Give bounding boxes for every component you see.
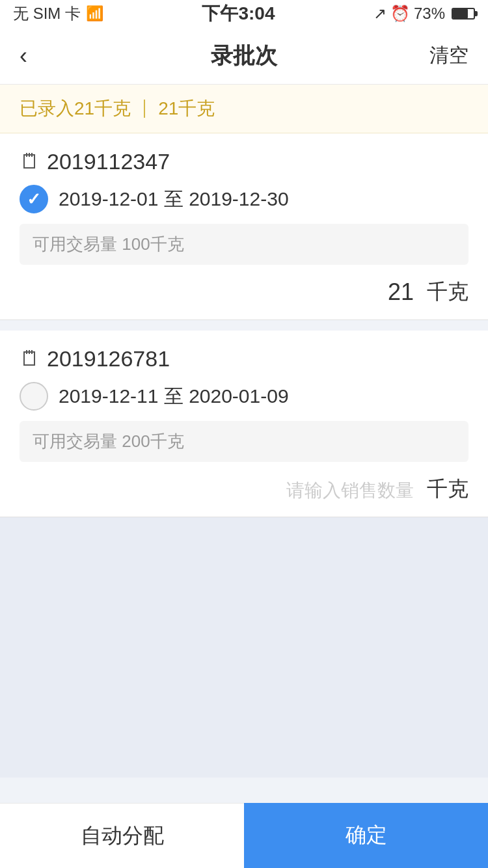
batch-card-1: 🗒 2019112347 2019-12-01 至 2019-12-30 可用交… — [0, 133, 488, 320]
available-label-2: 可用交易量 200千克 — [33, 431, 184, 451]
nav-bar: ‹ 录批次 清空 — [0, 27, 488, 85]
status-bar: 无 SIM 卡 📶 下午3:04 ↗ ⏰ 73% — [0, 0, 488, 27]
radio-button-1[interactable] — [20, 185, 48, 213]
batch-header-2: 🗒 2019126781 — [20, 346, 468, 372]
info-banner: 已录入21千克 21千克 — [0, 85, 488, 133]
content-area: 🗒 2019112347 2019-12-01 至 2019-12-30 可用交… — [0, 133, 488, 868]
batch-date-1: 2019-12-01 至 2019-12-30 — [59, 186, 289, 213]
battery-percent: 73% — [414, 5, 445, 23]
batch-date-row-2: 2019-12-11 至 2020-01-09 — [20, 382, 468, 411]
page-title: 录批次 — [211, 41, 277, 71]
batch-quantity-bar-1: 可用交易量 100千克 — [20, 224, 468, 265]
clear-button[interactable]: 清空 — [429, 42, 468, 69]
batch-unit-1: 千克 — [427, 278, 468, 306]
section-divider — [0, 320, 488, 331]
back-button[interactable]: ‹ — [20, 42, 59, 70]
status-left: 无 SIM 卡 📶 — [13, 3, 103, 24]
batch-input-row-1: 21 千克 — [0, 265, 488, 320]
status-time: 下午3:04 — [202, 1, 275, 26]
batch-header-1: 🗒 2019112347 — [20, 149, 468, 174]
available-label-1: 可用交易量 100千克 — [33, 234, 184, 254]
batch-date-2: 2019-12-11 至 2020-01-09 — [59, 383, 289, 410]
batch-input-value-1: 21 — [388, 278, 414, 306]
wifi-icon: 📶 — [86, 5, 103, 22]
location-icon: ↗ — [373, 5, 386, 23]
batch-quantity-bar-2: 可用交易量 200千克 — [20, 421, 468, 462]
batch-item-1: 🗒 2019112347 2019-12-01 至 2019-12-30 可用交… — [0, 133, 488, 265]
alarm-icon: ⏰ — [390, 5, 410, 23]
info-label: 已录入21千克 — [20, 96, 131, 121]
battery-fill — [453, 9, 468, 18]
spacer-area — [0, 517, 488, 778]
battery-bar — [452, 8, 475, 20]
batch-id-1: 2019112347 — [47, 149, 170, 174]
batch-date-row-1: 2019-12-01 至 2019-12-30 — [20, 185, 468, 213]
radio-button-2[interactable] — [20, 382, 48, 411]
doc-icon-1: 🗒 — [20, 150, 40, 174]
confirm-button[interactable]: 确定 — [244, 803, 488, 868]
batch-card-2: 🗒 2019126781 2019-12-11 至 2020-01-09 可用交… — [0, 331, 488, 517]
info-divider — [144, 100, 145, 118]
doc-icon-2: 🗒 — [20, 347, 40, 371]
status-right: ↗ ⏰ 73% — [373, 5, 475, 23]
batch-unit-2: 千克 — [427, 475, 468, 504]
quantity-input-2[interactable] — [219, 478, 414, 502]
auto-distribute-button[interactable]: 自动分配 — [0, 803, 244, 868]
batch-id-2: 2019126781 — [47, 346, 170, 372]
bottom-bar: 自动分配 确定 — [0, 803, 488, 868]
batch-input-row-2[interactable]: 千克 — [0, 462, 488, 517]
batch-item-2: 🗒 2019126781 2019-12-11 至 2020-01-09 可用交… — [0, 331, 488, 462]
no-sim-text: 无 SIM 卡 — [13, 3, 81, 24]
info-value: 21千克 — [158, 96, 215, 121]
